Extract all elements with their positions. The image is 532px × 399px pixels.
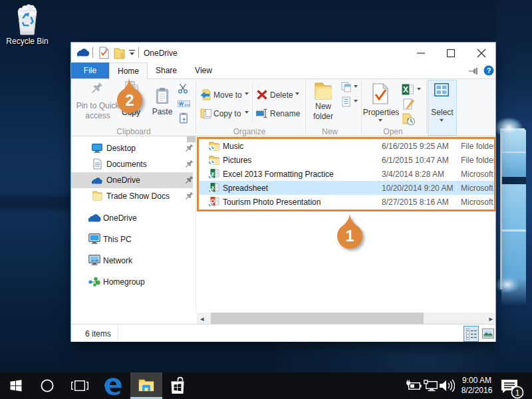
svg-text:1: 1 [515, 388, 520, 398]
svg-text:1: 1 [345, 227, 354, 245]
svg-text:?: ? [487, 66, 491, 74]
svg-text:2: 2 [125, 91, 134, 109]
svg-text:X: X [403, 85, 408, 94]
